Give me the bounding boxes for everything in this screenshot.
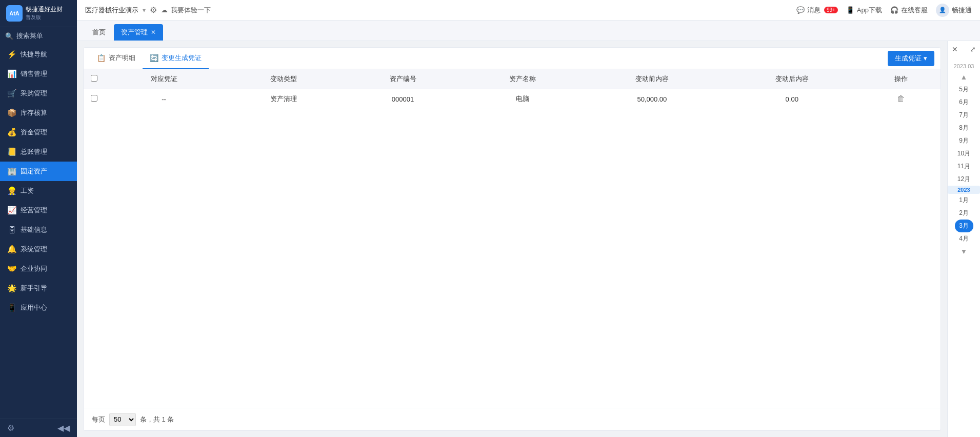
timeline-content: 2023.03 ▲ 5月 6月 7月 8月 9月 10月 11月 12月 202… bbox=[948, 62, 980, 257]
basic-info-icon: 🗄 bbox=[7, 225, 16, 234]
sidebar-item-fixed-assets[interactable]: 🏢 固定资产 bbox=[0, 162, 77, 181]
operations-icon: 📈 bbox=[7, 206, 16, 215]
sidebar-bottom: ⚙ ◀◀ bbox=[0, 419, 77, 437]
company-dropdown-icon[interactable]: ▾ bbox=[143, 7, 146, 14]
settings-icon[interactable]: ⚙ bbox=[7, 423, 14, 433]
online-service-button[interactable]: 🎧 在线客服 bbox=[890, 6, 928, 15]
row-checkbox[interactable] bbox=[91, 95, 97, 102]
sidebar-item-funds[interactable]: 💰 资金管理 bbox=[0, 123, 77, 142]
sidebar-item-label: 工资 bbox=[21, 186, 34, 195]
sidebar-item-label: 库存核算 bbox=[21, 108, 47, 117]
header-before-change: 变动前内容 bbox=[582, 69, 722, 89]
user-menu[interactable]: 👤 畅捷通 bbox=[936, 4, 972, 17]
logo-name: 畅捷通好业财 bbox=[26, 6, 63, 14]
sidebar-item-label: 系统管理 bbox=[21, 245, 47, 254]
header-voucher: 对应凭证 bbox=[104, 69, 224, 89]
timeline-month-4[interactable]: 4月 bbox=[948, 232, 980, 245]
timeline-expand-icon[interactable]: ⤢ bbox=[970, 45, 976, 53]
change-voucher-icon: 🔄 bbox=[150, 54, 158, 62]
sales-icon: 📊 bbox=[7, 69, 16, 78]
timeline-month-8[interactable]: 8月 bbox=[948, 122, 980, 134]
sidebar-item-app-center[interactable]: 📱 应用中心 bbox=[0, 298, 77, 317]
tab-asset-detail[interactable]: 📋 资产明细 bbox=[90, 48, 143, 69]
tab-change-voucher[interactable]: 🔄 变更生成凭证 bbox=[143, 48, 209, 69]
app-download-icon: 📱 bbox=[846, 6, 854, 14]
header-checkbox-cell bbox=[84, 69, 104, 89]
topbar-right: 💬 消息 99+ 📱 App下载 🎧 在线客服 👤 畅捷通 bbox=[796, 4, 972, 17]
timeline-month-11[interactable]: 11月 bbox=[948, 160, 980, 173]
asset-detail-icon: 📋 bbox=[97, 54, 106, 62]
topbar-left: 医疗器械行业演示 ▾ ⚙ ☁ 我要体验一下 bbox=[85, 5, 211, 15]
timeline-year-label: 2023.03 bbox=[948, 62, 980, 71]
guide-icon: 🌟 bbox=[7, 284, 16, 293]
logo-edition: 普及版 bbox=[26, 14, 63, 21]
sidebar-nav: ⚡ 快捷导航 📊 销售管理 🛒 采购管理 📦 库存核算 💰 资金管理 📒 总账管… bbox=[0, 45, 77, 419]
sidebar-item-basic-info[interactable]: 🗄 基础信息 bbox=[0, 220, 77, 240]
header-change-type: 变动类型 bbox=[224, 69, 343, 89]
quick-nav-icon: ⚡ bbox=[7, 50, 16, 59]
sidebar-item-label: 采购管理 bbox=[21, 89, 47, 98]
timeline-month-10[interactable]: 10月 bbox=[948, 147, 980, 160]
header-operation: 操作 bbox=[862, 69, 941, 89]
select-all-checkbox[interactable] bbox=[91, 75, 97, 82]
timeline-month-2[interactable]: 2月 bbox=[948, 207, 980, 220]
sidebar-item-cooperation[interactable]: 🤝 企业协同 bbox=[0, 259, 77, 279]
row-after-change: 0.00 bbox=[722, 89, 862, 109]
company-name: 医疗器械行业演示 bbox=[85, 6, 138, 15]
system-icon: 🔔 bbox=[7, 245, 16, 254]
sidebar-item-purchase[interactable]: 🛒 采购管理 bbox=[0, 84, 77, 103]
timeline-month-12[interactable]: 12月 bbox=[948, 173, 980, 186]
company-settings-icon[interactable]: ⚙ bbox=[150, 5, 157, 15]
collapse-sidebar-icon[interactable]: ◀◀ bbox=[57, 423, 70, 433]
tab-close-icon[interactable]: ✕ bbox=[151, 29, 156, 36]
table-header-row: 对应凭证 变动类型 资产编号 资产名称 变动前内容 变动后内容 操作 bbox=[84, 69, 941, 89]
timeline-month-1[interactable]: 1月 bbox=[948, 194, 980, 207]
timeline-close-icon[interactable]: ✕ bbox=[952, 45, 958, 53]
messages-button[interactable]: 💬 消息 99+ bbox=[796, 6, 838, 15]
online-service-label: 在线客服 bbox=[901, 6, 928, 15]
sidebar-item-label: 新手引导 bbox=[21, 284, 47, 293]
tab-home[interactable]: 首页 bbox=[85, 24, 113, 41]
timeline-month-5[interactable]: 5月 bbox=[948, 83, 980, 96]
sidebar-item-label: 经营管理 bbox=[21, 206, 47, 215]
sidebar-item-ledger[interactable]: 📒 总账管理 bbox=[0, 142, 77, 162]
timeline-month-7[interactable]: 7月 bbox=[948, 109, 980, 122]
sidebar-item-payroll[interactable]: 👷 工资 bbox=[0, 181, 77, 201]
header-asset-name: 资产名称 bbox=[463, 69, 582, 89]
row-before-change: 50,000.00 bbox=[582, 89, 722, 109]
row-change-type: 资产清理 bbox=[224, 89, 343, 109]
row-asset-name: 电脑 bbox=[463, 89, 582, 109]
row-checkbox-cell bbox=[84, 89, 104, 109]
timeline-month-9[interactable]: 9月 bbox=[948, 134, 980, 147]
messages-badge: 99+ bbox=[824, 7, 838, 13]
app-center-icon: 📱 bbox=[7, 303, 16, 312]
timeline-down-arrow[interactable]: ▼ bbox=[958, 245, 970, 257]
sidebar-item-label: 应用中心 bbox=[21, 303, 47, 312]
timeline-month-3[interactable]: 3月 bbox=[955, 220, 973, 232]
per-page-select[interactable]: 10 20 50 100 bbox=[109, 413, 136, 426]
timeline-month-6[interactable]: 6月 bbox=[948, 96, 980, 109]
messages-label: 消息 bbox=[807, 6, 821, 15]
sidebar-item-label: 总账管理 bbox=[21, 147, 47, 156]
sidebar-item-guide[interactable]: 🌟 新手引导 bbox=[0, 279, 77, 298]
timeline-year-2023: 2023 bbox=[948, 186, 980, 194]
sidebar-item-sales[interactable]: 📊 销售管理 bbox=[0, 64, 77, 84]
data-table: 对应凭证 变动类型 资产编号 资产名称 变动前内容 变动后内容 操作 bbox=[84, 69, 941, 109]
experience-button[interactable]: ☁ 我要体验一下 bbox=[161, 6, 211, 15]
sidebar-item-label: 固定资产 bbox=[21, 167, 47, 176]
table-container: 对应凭证 变动类型 资产编号 资产名称 变动前内容 变动后内容 操作 bbox=[84, 69, 941, 408]
search-icon: 🔍 bbox=[5, 32, 13, 40]
app-download-button[interactable]: 📱 App下载 bbox=[846, 6, 882, 15]
total-text: 条，共 1 条 bbox=[140, 415, 174, 424]
sidebar-item-system[interactable]: 🔔 系统管理 bbox=[0, 240, 77, 259]
timeline-up-arrow[interactable]: ▲ bbox=[958, 71, 970, 83]
tab-asset-management[interactable]: 资产管理 ✕ bbox=[114, 24, 163, 41]
sidebar-item-operations[interactable]: 📈 经营管理 bbox=[0, 201, 77, 220]
sidebar-item-quick-nav[interactable]: ⚡ 快捷导航 bbox=[0, 45, 77, 64]
search-menu[interactable]: 🔍 搜索菜单 bbox=[0, 27, 77, 45]
generate-voucher-button[interactable]: 生成凭证 ▾ bbox=[888, 51, 934, 66]
delete-button[interactable]: 🗑 bbox=[897, 94, 905, 103]
sidebar-item-inventory[interactable]: 📦 库存核算 bbox=[0, 103, 77, 123]
inner-tab-list: 📋 资产明细 🔄 变更生成凭证 bbox=[90, 48, 209, 69]
experience-icon: ☁ bbox=[161, 6, 168, 14]
